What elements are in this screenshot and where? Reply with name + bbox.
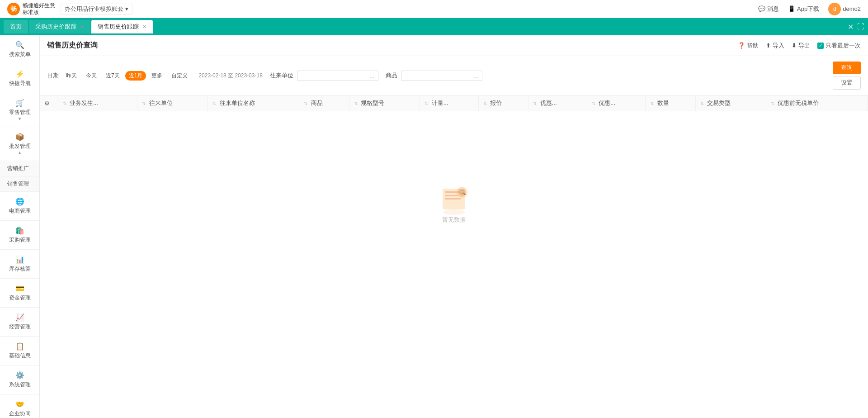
th-partner-name[interactable]: ⇅ 往来单位名称 — [208, 95, 299, 111]
basic-info-icon: 📋 — [15, 342, 24, 351]
th-discount1[interactable]: ⇅ 优惠... — [528, 95, 587, 111]
finance-icon: 💳 — [15, 284, 24, 293]
th-spec[interactable]: ⇅ 规格型号 — [349, 95, 420, 111]
chevron-down-icon: ▾ — [125, 5, 128, 12]
sidebar-item-search-menu[interactable]: 🔍 搜索菜单 — [0, 35, 39, 64]
sort-arrows-icon: ⇅ — [700, 101, 704, 106]
import-icon: ⬆ — [766, 42, 771, 49]
sidebar-item-finance-mgmt[interactable]: 💳 资金管理 — [0, 279, 39, 308]
sidebar-operations-label: 经营管理 — [9, 323, 31, 331]
sidebar-item-enterprise-collab[interactable]: 🤝 企业协同 — [0, 394, 39, 418]
settings-gear-icon[interactable]: ⚙ — [44, 100, 50, 107]
th-goods[interactable]: ⇅ 商品 — [299, 95, 349, 111]
svg-point-0 — [443, 209, 465, 215]
wholesale-submenu: 营销推广 销售管理 — [0, 161, 39, 192]
app-download-button[interactable]: 📱 App下载 — [788, 5, 819, 13]
tab-home[interactable]: 首页 — [4, 20, 28, 33]
export-button[interactable]: ⬇ 导出 — [792, 42, 810, 50]
tab-sales-history[interactable]: 销售历史价跟踪 ✕ — [91, 20, 153, 33]
empty-illustration: 🔍 — [436, 180, 472, 216]
maximize-button[interactable]: ⛶ — [857, 23, 864, 31]
tab-purchase-history[interactable]: 采购历史价跟踪 ✕ — [29, 20, 90, 33]
page-content: 销售历史价查询 ❓ 帮助 ⬆ 导入 ⬇ 导出 ✓ — [40, 35, 868, 418]
date-range-text: 2023-02-18 至 2023-03-18 — [198, 72, 262, 80]
sidebar-item-sales-mgmt[interactable]: 销售管理 — [0, 176, 39, 192]
main-layout: 🔍 搜索菜单 ⚡ 快捷导航 🛒 零售管理 ▼ 📦 批发管理 ▲ 营销推广 销售管… — [0, 35, 868, 418]
message-icon: 💬 — [758, 5, 765, 12]
th-partner-code[interactable]: ⇅ 往来单位 — [137, 95, 208, 111]
sidebar-marketing-label: 营销推广 — [7, 165, 29, 171]
sidebar-item-quick-nav[interactable]: ⚡ 快捷导航 — [0, 64, 39, 93]
sidebar-item-purchase-mgmt[interactable]: 🛍️ 采购管理 — [0, 221, 39, 250]
sort-arrows-icon: ⇅ — [650, 101, 654, 106]
table-wrapper: ⚙ ⇅ 业务发生... ⇅ 往来单位 ⇅ — [40, 95, 868, 418]
sort-arrows-icon: ⇅ — [533, 101, 537, 106]
collab-icon: 🤝 — [15, 400, 24, 408]
sidebar-item-ecommerce-mgmt[interactable]: 🌐 电商管理 — [0, 192, 39, 221]
settings-button[interactable]: 设置 — [833, 76, 861, 90]
tab-purchase-history-close[interactable]: ✕ — [80, 24, 84, 30]
date-btn-yesterday[interactable]: 昨天 — [62, 71, 80, 81]
sidebar-item-wholesale-mgmt[interactable]: 📦 批发管理 ▲ — [0, 127, 39, 161]
sidebar-item-basic-info[interactable]: 📋 基础信息 — [0, 337, 39, 366]
import-button[interactable]: ⬆ 导入 — [766, 42, 784, 50]
goods-input[interactable]: ... — [401, 71, 482, 81]
th-biz-date[interactable]: ⇅ 业务发生... — [58, 95, 137, 111]
chevron-down-icon: ▼ — [18, 116, 22, 121]
sidebar-item-system-mgmt[interactable]: ⚙️ 系统管理 — [0, 366, 39, 394]
logo-icon: 畅 — [7, 3, 20, 15]
close-window-button[interactable]: ✕ — [848, 23, 854, 31]
date-btn-more[interactable]: 更多 — [148, 71, 166, 81]
tab-purchase-history-label: 采购历史价跟踪 — [35, 23, 76, 31]
filter-actions: 查询 设置 — [833, 62, 861, 90]
th-unit[interactable]: ⇅ 计量... — [420, 95, 479, 111]
sidebar-wholesale-label: 批发管理 — [9, 142, 31, 150]
date-btn-today[interactable]: 今天 — [82, 71, 100, 81]
th-settings[interactable]: ⚙ — [40, 95, 58, 111]
partner-input[interactable]: ... — [297, 71, 378, 81]
date-filter-group: 日期 昨天 今天 近7天 近1月 更多 自定义 — [47, 71, 191, 81]
th-quote[interactable]: ⇅ 报价 — [478, 95, 528, 111]
th-discount2[interactable]: ⇅ 优惠... — [587, 95, 646, 111]
page-title: 销售历史价查询 — [47, 41, 98, 50]
sidebar-finance-label: 资金管理 — [9, 294, 31, 302]
th-trade-type[interactable]: ⇅ 交易类型 — [695, 95, 766, 111]
date-btn-custom[interactable]: 自定义 — [168, 71, 191, 81]
message-button[interactable]: 💬 消息 — [758, 5, 779, 13]
sidebar: 🔍 搜索菜单 ⚡ 快捷导航 🛒 零售管理 ▼ 📦 批发管理 ▲ 营销推广 销售管… — [0, 35, 40, 418]
tab-bar: 首页 采购历史价跟踪 ✕ 销售历史价跟踪 ✕ ✕ ⛶ — [0, 18, 868, 35]
sidebar-item-retail-mgmt[interactable]: 🛒 零售管理 ▼ — [0, 93, 39, 127]
sort-arrows-icon: ⇅ — [354, 101, 358, 106]
user-profile[interactable]: d demo2 — [828, 3, 861, 15]
only-last-toggle[interactable]: ✓ 只看最后一次 — [817, 42, 861, 50]
th-quantity[interactable]: ⇅ 数量 — [646, 95, 695, 111]
query-button[interactable]: 查询 — [833, 62, 861, 74]
purchase-icon: 🛍️ — [15, 226, 24, 235]
date-range-display: 2023-02-18 至 2023-03-18 — [198, 72, 262, 80]
header-left: 畅 畅捷通好生意 标准版 办公用品行业模拟账套 ▾ — [7, 2, 132, 15]
th-pre-discount-price[interactable]: ⇅ 优惠前无税单价 — [766, 95, 868, 111]
sort-arrows-icon: ⇅ — [304, 101, 307, 106]
partner-filter-group: 往来单位 ... — [270, 71, 378, 81]
filter-bar: 日期 昨天 今天 近7天 近1月 更多 自定义 2023-02-18 至 202… — [40, 56, 868, 95]
help-button[interactable]: ❓ 帮助 — [738, 42, 759, 50]
sort-arrows-icon: ⇅ — [592, 101, 595, 106]
sidebar-item-inventory-calc[interactable]: 📊 库存核算 — [0, 250, 39, 279]
sidebar-basic-label: 基础信息 — [9, 352, 31, 360]
export-icon: ⬇ — [792, 42, 797, 49]
svg-text:🔍: 🔍 — [460, 190, 466, 195]
partner-label: 往来单位 — [270, 71, 293, 80]
help-icon: ❓ — [738, 42, 745, 49]
sidebar-item-marketing-promo[interactable]: 营销推广 — [0, 161, 39, 176]
logo-area: 畅 畅捷通好生意 标准版 — [7, 2, 55, 15]
sidebar-search-menu-label: 搜索菜单 — [9, 51, 31, 58]
tab-bar-actions: ✕ ⛶ — [848, 23, 864, 31]
company-select[interactable]: 办公用品行业模拟账套 ▾ — [61, 4, 132, 14]
date-btn-last1month[interactable]: 近1月 — [125, 71, 146, 81]
tab-sales-history-close[interactable]: ✕ — [142, 24, 146, 30]
sidebar-item-operations-mgmt[interactable]: 📈 经营管理 — [0, 308, 39, 337]
download-icon: 📱 — [788, 5, 795, 12]
table-body: 🔍 暂无数据 — [40, 111, 868, 293]
ecommerce-icon: 🌐 — [15, 197, 24, 206]
date-btn-last7days[interactable]: 近7天 — [102, 71, 123, 81]
